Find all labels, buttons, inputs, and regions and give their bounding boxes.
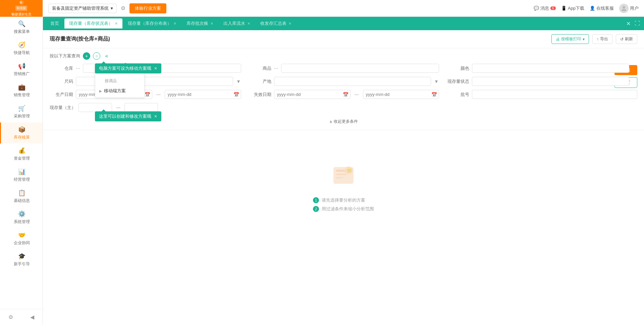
online-service-label: 在线客服 — [596, 5, 614, 11]
system-selector[interactable]: 装备及固定资产辅助管理系统 ▾ — [48, 4, 117, 13]
newbie-icon: 🎓 — [18, 253, 25, 260]
sidebar-item-label: 新手引导 — [14, 261, 30, 267]
tab-label: 出入库流水 — [223, 20, 245, 26]
svg-point-3 — [622, 9, 626, 11]
calendar-icon[interactable]: 📅 — [233, 92, 239, 97]
goods-label: 商品 — [248, 65, 271, 71]
batch-input[interactable] — [472, 90, 637, 99]
scheme-edit-tooltip: 这里可以创建和修改方案哦 ✕ — [95, 111, 161, 121]
sidebar-item-sales[interactable]: 💼 销售管理 — [0, 80, 43, 101]
tab-home[interactable]: 首页 — [46, 18, 64, 29]
chevron-down-icon: ▾ — [583, 37, 585, 42]
online-service-item[interactable]: 👤 在线客服 — [590, 5, 614, 11]
sidebar-item-operation[interactable]: 📊 经营管理 — [0, 165, 43, 186]
tab-close-icon[interactable]: ✕ — [288, 21, 291, 26]
tab-close-icon[interactable]: ✕ — [247, 21, 250, 26]
refresh-button[interactable]: ↺ 刷新 — [616, 34, 637, 44]
sidebar: 6 标准版 畅捷通好生意 🔍 搜索菜单 🧭 快捷导航 📢 营销推广 💼 销售管理… — [0, 0, 43, 325]
sidebar-item-newbie[interactable]: 🎓 新手引导 — [0, 249, 43, 270]
calendar-icon[interactable]: 📅 — [343, 92, 348, 97]
sidebar-item-label: 经营管理 — [14, 177, 30, 182]
sidebar-item-finance[interactable]: 💰 资金管理 — [0, 144, 43, 165]
tab-batch[interactable]: 库存批次账 ✕ — [182, 18, 218, 29]
tab-flow[interactable]: 出入库流水 ✕ — [219, 18, 255, 29]
notice-item[interactable]: 💬 消息 6 — [534, 5, 556, 11]
filter-back-button[interactable]: « — [103, 52, 110, 60]
warehouse-dots[interactable]: ··· — [76, 65, 80, 71]
tab-close-icon[interactable]: ✕ — [173, 21, 176, 26]
sidebar-item-system[interactable]: ⚙️ 系统管理 — [0, 207, 43, 228]
range-dash: — — [155, 92, 162, 97]
svg-point-2 — [623, 6, 625, 9]
app-download-label: App下载 — [568, 5, 584, 11]
tabs-close-all-icon[interactable]: ✕ — [625, 19, 632, 28]
tab-inventory-dist[interactable]: 现存量（库存分布表） ✕ — [123, 18, 181, 29]
scheme-edit-close[interactable]: ✕ — [154, 114, 157, 119]
app-download-icon: 📱 — [561, 6, 567, 11]
filter-add-button[interactable]: + — [83, 52, 90, 60]
export-icon: ↑ — [597, 37, 599, 42]
stock-main-end-input[interactable] — [124, 103, 158, 112]
tab-close-icon[interactable]: ✕ — [115, 21, 118, 26]
sidebar-item-search[interactable]: 🔍 搜索菜单 — [0, 17, 43, 38]
scheme-tooltip-1: 电脑方案可设为移动方案哦 ✕ — [95, 63, 161, 73]
goods-select[interactable] — [281, 64, 439, 73]
filter-row-size: 尺码 ▾ — [50, 77, 241, 86]
color-select[interactable] — [472, 64, 629, 73]
sidebar-item-basic[interactable]: 📋 基础信息 — [0, 186, 43, 207]
app-download-item[interactable]: 📱 App下载 — [561, 5, 584, 11]
size-chevron-icon[interactable]: ▾ — [236, 78, 241, 85]
color-label: 颜色 — [446, 65, 469, 71]
scheme-tooltip-close[interactable]: ✕ — [154, 66, 157, 71]
export-button[interactable]: ↑ 导出 — [592, 34, 612, 44]
notice-badge: 6 — [550, 6, 556, 10]
goods-dots[interactable]: ··· — [274, 65, 278, 71]
tab-inventory-status[interactable]: 现存量（库存状况表） ✕ — [64, 18, 122, 29]
origin-chevron-icon[interactable]: ▾ — [434, 78, 439, 85]
sidebar-item-label: 销售管理 — [14, 92, 30, 98]
sidebar-item-marketing[interactable]: 📢 营销推广 — [0, 59, 43, 80]
stock-main-start-input[interactable] — [78, 103, 112, 112]
sidebar-item-label: 系统管理 — [14, 219, 30, 225]
origin-select[interactable] — [274, 77, 431, 86]
step-num-2: 2 — [313, 206, 319, 212]
user-item[interactable]: 用户 — [619, 4, 639, 13]
scheme-tooltip-text: 电脑方案可设为移动方案哦 — [99, 65, 151, 71]
content-area: 现存量查询(按仓库+商品) 🖨 按模板打印 ▾ ↑ 导出 ↺ 刷新 — [43, 30, 644, 325]
tabs-bar: 首页 现存量（库存状况表） ✕ 现存量（库存分布表） ✕ 库存批次账 ✕ 出入库… — [43, 17, 644, 30]
produce-date-label: 生产日期 — [50, 92, 73, 98]
collapse-sidebar-btn[interactable]: ◀ — [29, 313, 36, 322]
range-dash: — — [353, 92, 360, 97]
batch-label: 批号 — [446, 92, 469, 98]
sidebar-item-label: 库存核算 — [14, 134, 30, 140]
print-button[interactable]: 🖨 按模板打印 ▾ — [551, 34, 589, 44]
expire-date-start-input[interactable] — [274, 90, 351, 99]
settings-gear-icon[interactable]: ⚙ — [121, 5, 125, 11]
scheme-tree-item[interactable]: 接调品 — [95, 76, 144, 86]
sidebar-item-guide[interactable]: 🧭 快捷导航 — [0, 38, 43, 59]
collapse-button[interactable]: ∧ 收起更多条件 — [329, 119, 358, 124]
scheme-tree-mobile[interactable]: ▶ 移动端方案 — [95, 86, 144, 96]
tab-close-icon[interactable]: ✕ — [210, 21, 213, 26]
sidebar-item-enterprise[interactable]: 🤝 企业协同 — [0, 228, 43, 249]
user-label: 用户 — [630, 5, 639, 11]
scheme-tree-item-label: 接调品 — [105, 78, 117, 84]
settings-footer-btn[interactable]: ⚙ — [7, 313, 14, 322]
filter-circle-button[interactable]: ○ — [93, 52, 100, 60]
user-avatar — [619, 4, 629, 13]
filter-label: 按以下方案查询 — [50, 53, 80, 59]
tab-summary[interactable]: 收发存汇总表 ✕ — [256, 18, 296, 29]
produce-date-end-input[interactable] — [165, 90, 241, 99]
sidebar-item-purchase[interactable]: 🛒 采购管理 — [0, 101, 43, 122]
tabs-actions: ✕ ⛶ — [625, 19, 641, 28]
stock-status-select[interactable] — [472, 77, 629, 86]
sidebar-item-inventory[interactable]: 📦 库存核算 — [0, 122, 43, 144]
calendar-icon[interactable]: 📅 — [145, 92, 150, 97]
step-text-1: 请先选择要分析的方案 — [322, 197, 365, 203]
filter-section: 按以下方案查询 + ○ « 电脑方案可设为移动方案哦 ✕ ▶ — [43, 48, 644, 130]
solution-button[interactable]: 体验行业方案 — [129, 3, 166, 13]
search-icon: 🔍 — [18, 20, 25, 28]
tabs-maximize-icon[interactable]: ⛶ — [633, 19, 641, 28]
expire-date-end-input[interactable] — [363, 90, 439, 99]
calendar-icon[interactable]: 📅 — [431, 92, 437, 97]
